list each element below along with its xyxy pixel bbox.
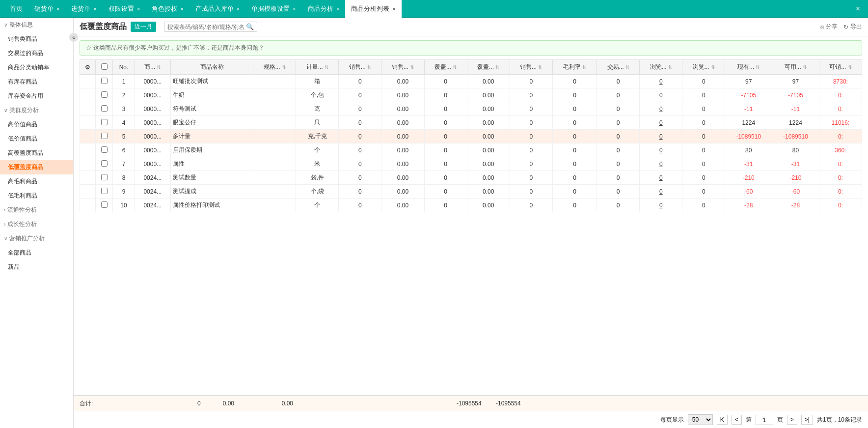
close-icon[interactable]: × bbox=[293, 6, 296, 12]
row-settings[interactable] bbox=[80, 102, 96, 116]
row-checkbox-input[interactable] bbox=[101, 160, 108, 167]
nav-tab-roles[interactable]: 角色授权 × bbox=[146, 0, 189, 18]
row-browse1[interactable]: 0 bbox=[640, 157, 682, 171]
sidebar-item-in-stock[interactable]: 有库存商品 bbox=[0, 75, 73, 89]
th-transaction[interactable]: 交易... ⇅ bbox=[597, 60, 640, 75]
close-icon[interactable]: × bbox=[137, 6, 140, 12]
sidebar-section-overall[interactable]: ∨ 整体信息 bbox=[0, 18, 73, 32]
sidebar-section-growth[interactable]: › 成长性分析 bbox=[0, 217, 73, 231]
page-input[interactable] bbox=[756, 415, 773, 425]
sidebar-item-new-goods[interactable]: 新品 bbox=[0, 260, 73, 274]
close-icon[interactable]: × bbox=[56, 6, 59, 12]
select-all-checkbox[interactable] bbox=[101, 63, 108, 70]
row-checkbox[interactable] bbox=[96, 185, 113, 199]
sidebar-item-all-goods[interactable]: 全部商品 bbox=[0, 246, 73, 260]
nav-tab-permissions[interactable]: 权限设置 × bbox=[103, 0, 146, 18]
row-checkbox-input[interactable] bbox=[101, 105, 108, 112]
row-browse1[interactable]: 0 bbox=[640, 75, 682, 88]
time-filter-button[interactable]: 近一月 bbox=[131, 22, 156, 32]
sidebar-collapse-button[interactable]: « bbox=[69, 33, 78, 42]
row-checkbox[interactable] bbox=[96, 88, 113, 102]
row-checkbox-input[interactable] bbox=[101, 119, 108, 125]
th-gross-margin[interactable]: 毛利率 ⇅ bbox=[552, 60, 597, 75]
th-settings[interactable]: ⚙ bbox=[80, 60, 96, 75]
row-checkbox-input[interactable] bbox=[101, 78, 108, 84]
row-checkbox-input[interactable] bbox=[101, 146, 108, 153]
share-button[interactable]: ⎋ 分享 bbox=[820, 23, 838, 31]
row-checkbox-input[interactable] bbox=[101, 133, 108, 139]
row-browse1[interactable]: 0 bbox=[640, 88, 682, 102]
th-available[interactable]: 可用... ⇅ bbox=[772, 60, 819, 75]
row-checkbox[interactable] bbox=[96, 75, 113, 88]
sidebar-item-high-margin[interactable]: 高毛利商品 bbox=[0, 174, 73, 189]
row-checkbox[interactable] bbox=[96, 157, 113, 171]
row-settings[interactable] bbox=[80, 143, 96, 157]
row-checkbox[interactable] bbox=[96, 143, 113, 157]
sidebar-item-low-coverage[interactable]: 低覆盖度商品 bbox=[0, 160, 73, 174]
sidebar-item-low-margin[interactable]: 低毛利商品 bbox=[0, 189, 73, 203]
close-icon[interactable]: × bbox=[93, 6, 96, 12]
close-icon[interactable]: × bbox=[336, 6, 339, 12]
row-browse1[interactable]: 0 bbox=[640, 143, 682, 157]
th-unit[interactable]: 计量... ⇅ bbox=[296, 60, 339, 75]
row-checkbox-input[interactable] bbox=[101, 174, 108, 180]
nav-tab-analysis[interactable]: 商品分析 × bbox=[302, 0, 345, 18]
row-settings[interactable] bbox=[80, 88, 96, 102]
nav-tab-product-entry[interactable]: 产成品入库单 × bbox=[190, 0, 245, 18]
th-sales-val[interactable]: 销售... ⇅ bbox=[510, 60, 552, 75]
row-checkbox[interactable] bbox=[96, 171, 113, 185]
row-settings[interactable] bbox=[80, 185, 96, 199]
next-page-button[interactable]: > bbox=[787, 415, 797, 425]
row-browse1[interactable]: 0 bbox=[640, 185, 682, 199]
sidebar-section-marketing[interactable]: ∨ 营销推广分析 bbox=[0, 231, 73, 246]
row-checkbox-input[interactable] bbox=[101, 91, 108, 98]
row-checkbox[interactable] bbox=[96, 116, 113, 130]
row-browse1[interactable]: 0 bbox=[640, 199, 682, 212]
export-button[interactable]: ↻ 导出 bbox=[843, 23, 862, 31]
th-spec[interactable]: 规格... ⇅ bbox=[253, 60, 296, 75]
sidebar-item-category-rate[interactable]: 商品分类动销率 bbox=[0, 60, 73, 75]
nav-tab-analysis-list[interactable]: 商品分析列表 × bbox=[345, 0, 401, 18]
th-browse2[interactable]: 浏览... ⇅ bbox=[682, 60, 725, 75]
th-browse1[interactable]: 浏览... ⇅ bbox=[640, 60, 682, 75]
row-settings[interactable] bbox=[80, 75, 96, 88]
row-settings[interactable] bbox=[80, 199, 96, 212]
sidebar-item-low-value[interactable]: 低价值商品 bbox=[0, 132, 73, 146]
row-browse1[interactable]: 0 bbox=[640, 116, 682, 130]
close-icon[interactable]: × bbox=[237, 6, 240, 12]
sidebar-item-sales-goods[interactable]: 销售类商品 bbox=[0, 32, 73, 46]
row-settings[interactable] bbox=[80, 157, 96, 171]
row-settings[interactable] bbox=[80, 116, 96, 130]
last-page-button[interactable]: >| bbox=[801, 415, 813, 425]
search-input[interactable] bbox=[167, 24, 246, 30]
th-checkbox[interactable] bbox=[96, 60, 113, 75]
nav-tab-purchase[interactable]: 进货单 × bbox=[65, 0, 102, 18]
sidebar-item-high-coverage[interactable]: 高覆盖度商品 bbox=[0, 146, 73, 160]
th-sales-amount[interactable]: 销售... ⇅ bbox=[381, 60, 424, 75]
row-browse1[interactable]: 0 bbox=[640, 130, 682, 143]
row-browse1[interactable]: 0 bbox=[640, 102, 682, 116]
close-icon[interactable]: × bbox=[392, 6, 395, 12]
window-close-button[interactable]: × bbox=[852, 4, 864, 13]
nav-tab-sales[interactable]: 销货单 × bbox=[28, 0, 65, 18]
th-code[interactable]: 商... ⇅ bbox=[135, 60, 170, 75]
search-icon[interactable]: 🔍 bbox=[246, 23, 254, 30]
th-current[interactable]: 现有... ⇅ bbox=[725, 60, 772, 75]
table-wrapper[interactable]: ⚙ No. 商... ⇅ 商品名称 规格... ⇅ 计量... ⇅ 销售... … bbox=[74, 59, 868, 395]
nav-tab-template[interactable]: 单据模板设置 × bbox=[245, 0, 301, 18]
th-sellable[interactable]: 可销... ⇅ bbox=[819, 60, 862, 75]
row-checkbox[interactable] bbox=[96, 102, 113, 116]
first-page-button[interactable]: K bbox=[717, 415, 728, 425]
row-checkbox-input[interactable] bbox=[101, 188, 108, 194]
sidebar-item-stock-capital[interactable]: 库存资金占用 bbox=[0, 89, 73, 103]
row-settings[interactable] bbox=[80, 171, 96, 185]
row-browse1[interactable]: 0 bbox=[640, 171, 682, 185]
sidebar-section-circulation[interactable]: › 流通性分析 bbox=[0, 203, 73, 217]
th-coverage1[interactable]: 覆盖... ⇅ bbox=[424, 60, 467, 75]
row-checkbox[interactable] bbox=[96, 199, 113, 212]
row-checkbox[interactable] bbox=[96, 130, 113, 143]
sidebar-item-high-value[interactable]: 高价值商品 bbox=[0, 117, 73, 132]
th-sales-count[interactable]: 销售... ⇅ bbox=[339, 60, 381, 75]
nav-tab-home[interactable]: 首页 bbox=[4, 0, 28, 18]
row-settings[interactable] bbox=[80, 130, 96, 143]
